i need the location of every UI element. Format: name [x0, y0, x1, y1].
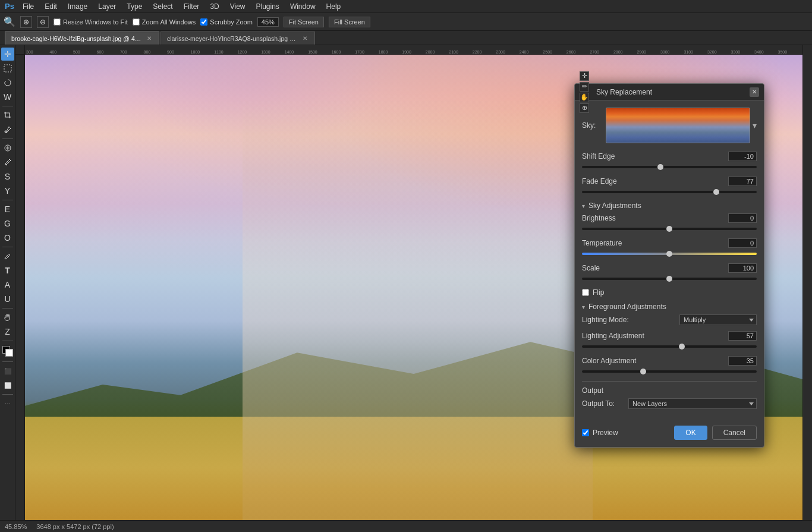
dodge-tool[interactable]: O	[1, 231, 14, 244]
marquee-tool[interactable]	[1, 62, 14, 75]
menu-layer[interactable]: Layer	[93, 1, 121, 12]
shift-edge-value[interactable]	[728, 152, 757, 161]
heal-tool[interactable]	[1, 141, 14, 155]
zoom-all-windows-option[interactable]: Zoom All Windows	[133, 18, 196, 26]
dialog-close-button[interactable]: ✕	[750, 87, 759, 97]
menu-3d[interactable]: 3D	[205, 1, 224, 12]
cancel-button[interactable]: Cancel	[712, 426, 757, 440]
tab-active-close[interactable]: ✕	[146, 34, 153, 42]
path-select-tool[interactable]: A	[1, 278, 14, 291]
scale-slider[interactable]	[582, 275, 757, 282]
move-tool[interactable]: ✛	[1, 48, 14, 61]
flip-row: Flip	[582, 288, 757, 297]
eyedropper-tool[interactable]	[1, 123, 14, 136]
shift-edge-slider[interactable]	[582, 163, 757, 171]
resize-windows-option[interactable]: Resize Windows to Fit	[53, 18, 128, 26]
output-to-label: Output To:	[582, 399, 624, 408]
fill-screen-button[interactable]: Fill Screen	[329, 17, 370, 27]
dialog-tool-move[interactable]: ✛	[580, 71, 589, 81]
temperature-value[interactable]	[728, 238, 757, 248]
dialog-tool-zoom[interactable]: ⊕	[580, 103, 589, 113]
sky-adjustments-header[interactable]: ▾ Sky Adjustments	[582, 202, 757, 210]
foreground-adjustments-header[interactable]: ▾ Foreground Adjustments	[582, 303, 757, 311]
menu-plugins[interactable]: Plugins	[251, 1, 284, 12]
zoom-out-icon[interactable]: ⊖	[37, 16, 49, 28]
history-tool[interactable]: Y	[1, 184, 14, 197]
tool-separator-4	[2, 247, 13, 247]
hand-tool[interactable]	[1, 311, 14, 324]
fade-edge-thumb[interactable]	[713, 189, 719, 195]
lighting-adjustment-slider[interactable]	[582, 343, 757, 350]
menu-type[interactable]: Type	[122, 1, 147, 12]
sky-dropdown-arrow[interactable]: ▾	[753, 121, 757, 130]
color-adjustment-thumb[interactable]	[640, 369, 646, 374]
eraser-tool[interactable]: E	[1, 203, 14, 216]
sky-preview-image[interactable]	[606, 108, 750, 143]
svg-rect-0	[4, 65, 11, 72]
menu-image[interactable]: Image	[63, 1, 92, 12]
quick-select-tool[interactable]: W	[1, 90, 14, 103]
options-bar: 🔍 ⊕ ⊖ Resize Windows to Fit Zoom All Win…	[0, 13, 812, 31]
menu-view[interactable]: View	[225, 1, 250, 12]
crop-tool[interactable]	[1, 109, 14, 122]
scrubby-zoom-checkbox[interactable]	[200, 18, 207, 26]
brightness-thumb[interactable]	[666, 226, 672, 232]
tab-secondary-document[interactable]: clarisse-meyer-HoYIncR3AQ8-unsplash.jpg …	[160, 32, 315, 45]
temperature-slider[interactable]	[582, 250, 757, 257]
ok-button[interactable]: OK	[674, 426, 707, 440]
fade-edge-slider[interactable]	[582, 188, 757, 196]
tab-secondary-close[interactable]: ✕	[301, 34, 309, 42]
background-color[interactable]	[5, 349, 13, 357]
color-adjustment-slider[interactable]	[582, 368, 757, 375]
fit-screen-button[interactable]: Fit Screen	[284, 17, 324, 27]
tab-bar: brooke-cagle-H6We-IfziBg-unsplash.jpg @ …	[0, 31, 812, 45]
screen-mode[interactable]: ⬜	[1, 379, 14, 392]
extra-tool[interactable]: ⋯	[1, 397, 14, 410]
output-to-select[interactable]: New Layers Duplicate Layer Flatten	[628, 398, 757, 409]
tab-active-document[interactable]: brooke-cagle-H6We-IfziBg-unsplash.jpg @ …	[5, 32, 159, 45]
color-adjustment-value[interactable]	[728, 356, 757, 366]
scale-value[interactable]	[728, 263, 757, 273]
scrubby-zoom-option[interactable]: Scrubby Zoom	[200, 18, 253, 26]
sky-replacement-dialog[interactable]: ✛ ✏ ✋ ⊕ Sky Replacement ✕ Sky: ▾	[574, 83, 764, 448]
gradient-tool[interactable]: G	[1, 217, 14, 230]
brightness-slider[interactable]	[582, 225, 757, 232]
pen-tool[interactable]	[1, 250, 14, 263]
shape-tool[interactable]: U	[1, 292, 14, 306]
quick-mask-tool[interactable]: ⬛	[1, 364, 14, 377]
dialog-tool-brush[interactable]: ✏	[580, 82, 589, 92]
shift-edge-thumb[interactable]	[657, 164, 663, 170]
zoom-canvas-tool[interactable]: Z	[1, 325, 14, 338]
zoom-level-input[interactable]	[257, 17, 279, 27]
document-dimensions: 3648 px x 5472 px (72 ppi)	[36, 523, 114, 530]
text-tool[interactable]: T	[1, 264, 14, 277]
lasso-tool[interactable]	[1, 76, 14, 89]
output-label: Output	[582, 386, 757, 395]
zoom-all-checkbox[interactable]	[133, 18, 140, 26]
lighting-mode-select[interactable]: Multiply Screen Normal Overlay	[679, 314, 757, 325]
tab-active-label: brooke-cagle-H6We-IfziBg-unsplash.jpg @ …	[11, 35, 142, 42]
lighting-adjustment-value[interactable]	[728, 331, 757, 341]
preview-checkbox[interactable]	[582, 429, 589, 436]
sky-preview-wrapper[interactable]: ▾	[606, 108, 757, 143]
lighting-mode-row: Lighting Mode: Multiply Screen Normal Ov…	[582, 314, 757, 325]
fade-edge-value[interactable]	[728, 177, 757, 186]
menu-filter[interactable]: Filter	[179, 1, 204, 12]
clone-tool[interactable]: S	[1, 170, 14, 183]
menu-window[interactable]: Window	[285, 1, 320, 12]
color-swatches[interactable]	[2, 346, 13, 357]
menu-help[interactable]: Help	[322, 1, 346, 12]
menu-file[interactable]: File	[18, 1, 39, 12]
menu-edit[interactable]: Edit	[40, 1, 62, 12]
brush-tool[interactable]	[1, 156, 14, 169]
shift-edge-row: Shift Edge	[582, 152, 757, 171]
scale-thumb[interactable]	[666, 276, 672, 282]
temperature-thumb[interactable]	[666, 251, 672, 257]
ruler-row: 300 400 500 600 700 800 900 1000 1100 12…	[15, 45, 802, 55]
brightness-value[interactable]	[728, 213, 757, 223]
resize-windows-checkbox[interactable]	[53, 18, 61, 26]
flip-checkbox[interactable]	[582, 289, 589, 296]
lighting-adjustment-thumb[interactable]	[679, 344, 685, 350]
menu-select[interactable]: Select	[148, 1, 177, 12]
dialog-tool-hand[interactable]: ✋	[580, 93, 589, 102]
